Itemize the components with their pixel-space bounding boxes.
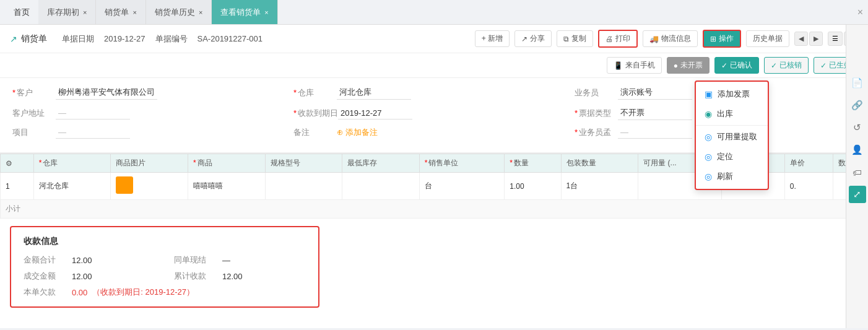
confirm-icon: ✓ [721, 61, 727, 70]
doc-meta: 单据日期 2019-12-27 单据编号 SA-20191227-001 [62, 33, 475, 45]
staff2-value[interactable]: — [618, 126, 692, 139]
list-view-button[interactable]: ☰ [828, 32, 843, 46]
row-quantity: 1.00 [505, 173, 561, 200]
history-button[interactable]: 历史单据 [746, 30, 789, 47]
project-value[interactable]: — [56, 126, 130, 139]
sidebar-refresh-icon[interactable]: ↺ [849, 119, 866, 136]
col-settings[interactable]: ⚙ [1, 154, 34, 173]
doc-date-label: 单据日期 [62, 33, 94, 45]
operate-icon: ⊞ [710, 35, 716, 43]
tab-view-sales[interactable]: 查看销货单 × [212, 0, 277, 24]
ticket-value[interactable]: 不开票 [618, 106, 692, 120]
confirm-button[interactable]: ✓ 已确认 [714, 57, 759, 74]
outbound-label: 出库 [717, 108, 733, 119]
transaction-amount-value: 12.00 [72, 272, 92, 281]
nav-next-button[interactable]: ▶ [809, 32, 823, 46]
tab-sales-order[interactable]: 销货单 × [96, 0, 145, 24]
address-value[interactable]: — [56, 107, 130, 119]
sidebar-tag-icon[interactable]: 🏷 [849, 163, 866, 181]
not-open-button[interactable]: ● 未开票 [667, 57, 710, 74]
outbound-item[interactable]: ◉ 出库 [696, 104, 768, 124]
refresh-sidebar-icon: ↺ [853, 122, 861, 133]
due-amount-label: 本单欠款 [24, 287, 67, 298]
available-take-icon: ◎ [705, 132, 712, 142]
user-icon: 👤 [851, 144, 863, 155]
col-spec: 规格型号 [265, 154, 342, 173]
copy-icon: ⧉ [563, 35, 569, 43]
subtotal-label: 小计 [1, 200, 868, 219]
due-amount-value: 0.00 [72, 288, 87, 297]
status-bar: 📱 来自手机 ● 未开票 ✓ 已确认 ✓ 已核销 ✓ 已生效 [0, 53, 868, 78]
share-button[interactable]: ↗ 分享 [514, 30, 552, 47]
note-label: 备注 [293, 127, 337, 138]
tab-inventory-init-close[interactable]: × [83, 9, 87, 16]
due-note: （收款到期日: 2019-12-27） [92, 287, 194, 298]
tab-view-sales-close[interactable]: × [264, 9, 268, 16]
tab-sales-history[interactable]: 销货单历史 × [146, 0, 212, 24]
doc-actions: + 新增 ↗ 分享 ⧉ 复制 🖨 打印 🚚 物流信息 ⊞ 操作 历 [475, 30, 858, 48]
customer-value[interactable]: 柳州粤港平安气体有限公司 [56, 85, 157, 100]
logistics-icon: 🚚 [649, 35, 659, 43]
refresh-label: 刷新 [717, 171, 733, 182]
row-warehouse: 河北仓库 [33, 173, 111, 200]
nav-prev-button[interactable]: ◀ [794, 32, 808, 46]
copy-button[interactable]: ⧉ 复制 [557, 30, 593, 47]
row-pkg-qty: 1台 [561, 173, 638, 200]
note-field: 备注 添加备注 [293, 127, 575, 138]
doc-date-value: 2019-12-27 [104, 34, 145, 43]
share-icon: ↗ [521, 35, 527, 43]
dropdown-divider-1 [696, 125, 768, 126]
tab-sales-history-close[interactable]: × [199, 9, 202, 16]
col-pkg-qty: 包装数量 [561, 154, 638, 173]
add-note-button[interactable]: 添加备注 [337, 127, 378, 138]
window-close-button[interactable]: × [857, 7, 863, 18]
tag-icon: 🏷 [853, 167, 862, 178]
row-min-stock [342, 173, 420, 200]
total-amount-value: 12.00 [72, 256, 92, 265]
right-sidebar: 📄 🔗 ↺ 👤 🏷 ⤢ [846, 25, 868, 328]
from-phone-button[interactable]: 📱 来自手机 [607, 57, 662, 74]
operate-button[interactable]: ⊞ 操作 [703, 30, 741, 48]
refresh-item[interactable]: ◎ 刷新 [696, 167, 768, 186]
col-unit-price: 单价 [784, 154, 833, 173]
tab-sales-order-close[interactable]: × [132, 9, 136, 16]
checked-button[interactable]: ✓ 已核销 [764, 57, 809, 74]
effective-icon: ✓ [820, 61, 827, 70]
locate-item[interactable]: ◎ 定位 [696, 147, 768, 167]
transaction-amount-label: 成交金额 [24, 271, 67, 282]
add-invoice-item[interactable]: ▣ 添加发票 [696, 84, 768, 104]
payment-grid: 金额合计 12.00 同单现结 — 成交金额 12.00 累计收款 12.00 … [24, 254, 306, 298]
new-button[interactable]: + 新增 [475, 30, 510, 47]
sidebar-doc-icon[interactable]: 📄 [849, 74, 866, 92]
warehouse-label: 仓库 [293, 87, 337, 98]
due-date-value[interactable]: 2019-12-27 [338, 107, 412, 119]
tab-view-sales-label: 查看销货单 [220, 7, 261, 18]
tab-sales-order-label: 销货单 [105, 7, 129, 18]
available-take-item[interactable]: ◎ 可用量提取 [696, 127, 768, 147]
tab-home[interactable]: 首页 [5, 0, 38, 24]
tab-inventory-init-label: 库存期初 [47, 7, 79, 18]
address-field: 客户地址 — [12, 107, 293, 119]
warehouse-value[interactable]: 河北仓库 [337, 85, 411, 100]
total-amount-row: 金额合计 12.00 [24, 254, 155, 266]
staff-value[interactable]: 演示账号 [618, 85, 692, 100]
sidebar-link-icon[interactable]: 🔗 [849, 97, 866, 114]
ticket-label: 票据类型 [575, 108, 618, 119]
sidebar-user-icon[interactable]: 👤 [849, 141, 866, 158]
project-label: 项目 [12, 127, 56, 138]
refresh-icon: ◎ [705, 172, 712, 181]
cumulative-receipt-row: 累计收款 12.00 [174, 271, 306, 282]
doc-number-value: SA-20191227-001 [197, 34, 263, 43]
col-warehouse: 仓库 [33, 154, 111, 173]
logistics-button[interactable]: 🚚 物流信息 [643, 30, 698, 47]
doc-icon: 📄 [851, 77, 863, 89]
total-amount-label: 金额合计 [24, 254, 67, 266]
col-product-img: 商品图片 [111, 154, 188, 173]
payment-section: 收款信息 金额合计 12.00 同单现结 — 成交金额 12.00 累计收款 1… [10, 226, 319, 308]
print-button[interactable]: 🖨 打印 [598, 30, 638, 48]
tab-inventory-init[interactable]: 库存期初 × [38, 0, 96, 24]
sidebar-expand-icon[interactable]: ⤢ [849, 186, 866, 203]
same-order-label: 同单现结 [174, 254, 217, 266]
print-icon: 🖨 [605, 35, 613, 43]
due-date-field: 收款到期日 2019-12-27 [293, 107, 575, 119]
